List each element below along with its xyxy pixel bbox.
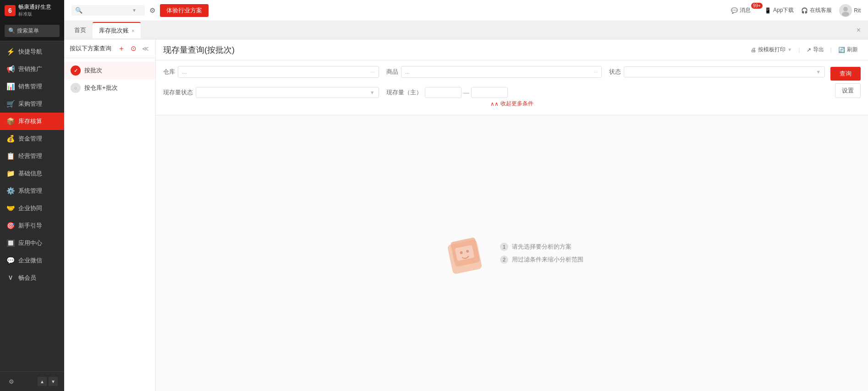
sidebar-item-inventory[interactable]: 📦 库存核算 — [0, 113, 64, 130]
left-panel: 按以下方案查询 ＋ ⊙ ≪ ✓ 按批次 ○ 按仓库+批次 — [64, 39, 156, 391]
collapse-panel-button[interactable]: ≪ — [141, 44, 150, 53]
basic-icon: 📁 — [6, 169, 15, 178]
query-button[interactable]: 查询 — [830, 67, 861, 81]
stock-status-dropdown-icon[interactable]: ▼ — [370, 90, 375, 95]
content-area: 按以下方案查询 ＋ ⊙ ≪ ✓ 按批次 ○ 按仓库+批次 — [64, 39, 868, 391]
weixin-icon: 💬 — [6, 256, 15, 265]
sidebar-item-apps[interactable]: 🔲 应用中心 — [0, 234, 64, 252]
search-menu-button[interactable]: 🔍 搜索菜单 — [5, 25, 60, 37]
hint-item-2: 2 用过滤条件来缩小分析范围 — [500, 255, 583, 264]
settings-gear-icon[interactable]: ⚙ — [149, 6, 155, 15]
refresh-button[interactable]: 🔄 刷新 — [835, 44, 861, 55]
sidebar: 6 畅康通好生意 标准版 🔍 搜索菜单 ⚡ 快捷导航 📢 营销推广 📊 销售管理… — [0, 0, 64, 391]
warehouse-more-icon[interactable]: ··· — [371, 69, 375, 75]
sidebar-item-operations[interactable]: 📋 经营管理 — [0, 147, 64, 165]
scroll-down-button[interactable]: ▼ — [49, 377, 58, 386]
refresh-label: 刷新 — [847, 46, 858, 54]
warehouse-input[interactable]: ... ··· — [178, 66, 379, 78]
system-icon: ⚙️ — [6, 187, 15, 195]
message-label: 消息 — [740, 6, 751, 14]
main-area: 🔍 ▼ ⚙ 体验行业方案 💬 消息 99+ 📱 App下载 🎧 在线客服 — [64, 0, 868, 391]
filter-settings-button[interactable]: 设置 — [835, 83, 861, 98]
sidebar-item-label: 资金管理 — [18, 135, 42, 143]
app-info: 畅康通好生意 标准版 — [18, 4, 51, 17]
app-icon: 📱 — [764, 7, 771, 14]
marketing-icon: 📢 — [6, 65, 15, 73]
sidebar-item-label: 采购管理 — [18, 100, 42, 108]
purchase-icon: 🛒 — [6, 100, 15, 108]
header-search-input[interactable] — [84, 7, 130, 14]
home-label: 首页 — [74, 26, 86, 34]
sidebar-item-label: 新手引导 — [18, 222, 42, 230]
stock-qty-min-input[interactable] — [425, 87, 461, 98]
sidebar-item-purchase[interactable]: 🛒 采购管理 — [0, 95, 64, 113]
company-name: 畅康通好生意 — [18, 4, 51, 11]
sidebar-item-member[interactable]: V 畅会员 — [0, 269, 64, 287]
header-search-box[interactable]: 🔍 ▼ — [71, 5, 145, 16]
stock-qty-max-input[interactable] — [471, 87, 508, 98]
sidebar-item-shortcut[interactable]: ⚡ 快捷导航 — [0, 43, 64, 60]
hint-number-2: 2 — [500, 255, 508, 264]
app-download-button[interactable]: 📱 App下载 — [764, 6, 794, 14]
tab-home[interactable]: 首页 — [68, 22, 93, 38]
sidebar-item-guide[interactable]: 🎯 新手引导 — [0, 217, 64, 234]
add-plan-button[interactable]: ＋ — [117, 44, 126, 53]
warehouse-input-text: ... — [182, 69, 187, 75]
status-label: 状态 — [609, 68, 621, 76]
app-download-label: App下载 — [773, 6, 794, 14]
plan-settings-button[interactable]: ⊙ — [129, 44, 138, 53]
collapse-filter-button[interactable]: ∧∧ 收起更多条件 — [163, 98, 861, 109]
sidebar-search-area: 🔍 搜索菜单 — [0, 21, 64, 41]
sidebar-nav: ⚡ 快捷导航 📢 营销推广 📊 销售管理 🛒 采购管理 📦 库存核算 💰 资金管… — [0, 41, 64, 371]
sidebar-item-finance[interactable]: 💰 资金管理 — [0, 130, 64, 147]
scroll-up-button[interactable]: ▲ — [38, 377, 47, 386]
sidebar-item-basic[interactable]: 📁 基础信息 — [0, 165, 64, 182]
product-label: 商品 — [386, 68, 398, 76]
settings-icon[interactable]: ⚙ — [6, 376, 16, 386]
product-input-text: ... — [405, 69, 410, 75]
filter-row-1: 仓库 ... ··· 商品 ... ··· — [163, 66, 825, 78]
export-label: 导出 — [813, 46, 824, 54]
tab-inventory-batch[interactable]: 库存批次账 × — [93, 22, 141, 38]
print-button[interactable]: 🖨 按模板打印 ▼ — [748, 44, 795, 55]
warehouse-label: 仓库 — [163, 68, 175, 76]
message-icon: 💬 — [731, 7, 738, 14]
message-badge: 99+ — [751, 3, 763, 9]
sidebar-item-system[interactable]: ⚙️ 系统管理 — [0, 182, 64, 200]
sidebar-item-marketing[interactable]: 📢 营销推广 — [0, 60, 64, 78]
main-content: 1 请先选择要分析的方案 2 用过滤条件来缩小分析范围 — [156, 115, 868, 391]
tab-close-icon[interactable]: × — [132, 28, 134, 33]
product-filter: 商品 ... ··· — [386, 66, 602, 78]
message-button[interactable]: 💬 消息 99+ — [731, 6, 757, 14]
sidebar-item-label: 销售管理 — [18, 82, 42, 91]
apps-icon: 🔲 — [6, 239, 15, 247]
sidebar-item-sales[interactable]: 📊 销售管理 — [0, 78, 64, 95]
left-panel-title: 按以下方案查询 — [70, 44, 111, 53]
action-divider-2: | — [830, 46, 832, 53]
sidebar-item-label: 企业微信 — [18, 256, 42, 265]
tab-area-close-button[interactable]: × — [853, 24, 864, 36]
list-item[interactable]: ✓ 按批次 — [64, 62, 155, 79]
stock-status-filter: 现存量状态 ▼ — [163, 87, 379, 98]
enterprise-icon: 🤝 — [6, 204, 15, 212]
stock-status-select[interactable]: ▼ — [196, 87, 379, 98]
product-more-icon[interactable]: ··· — [593, 69, 598, 75]
stock-qty-filter: 现存量（主） — — [386, 87, 602, 98]
export-button[interactable]: ↗ 导出 — [804, 44, 827, 55]
app-version: 标准版 — [18, 11, 51, 17]
status-select[interactable]: ▼ — [624, 66, 825, 77]
header-dropdown-icon[interactable]: ▼ — [132, 8, 137, 13]
user-menu[interactable]: Rit — [839, 4, 861, 17]
sidebar-item-weixin[interactable]: 💬 企业微信 — [0, 252, 64, 269]
list-item[interactable]: ○ 按仓库+批次 — [64, 79, 155, 97]
status-dropdown-icon[interactable]: ▼ — [816, 69, 821, 75]
print-dropdown-icon[interactable]: ▼ — [787, 47, 792, 52]
sidebar-item-enterprise[interactable]: 🤝 企业协同 — [0, 200, 64, 217]
plan-label: 按仓库+批次 — [84, 84, 118, 92]
hint-text-2: 用过滤条件来缩小分析范围 — [512, 255, 583, 264]
trial-button[interactable]: 体验行业方案 — [160, 4, 209, 17]
product-input[interactable]: ... ··· — [401, 66, 602, 78]
sidebar-item-label: 畅会员 — [18, 274, 36, 282]
service-button[interactable]: 🎧 在线客服 — [801, 6, 832, 14]
app-logo: 6 — [5, 5, 16, 16]
